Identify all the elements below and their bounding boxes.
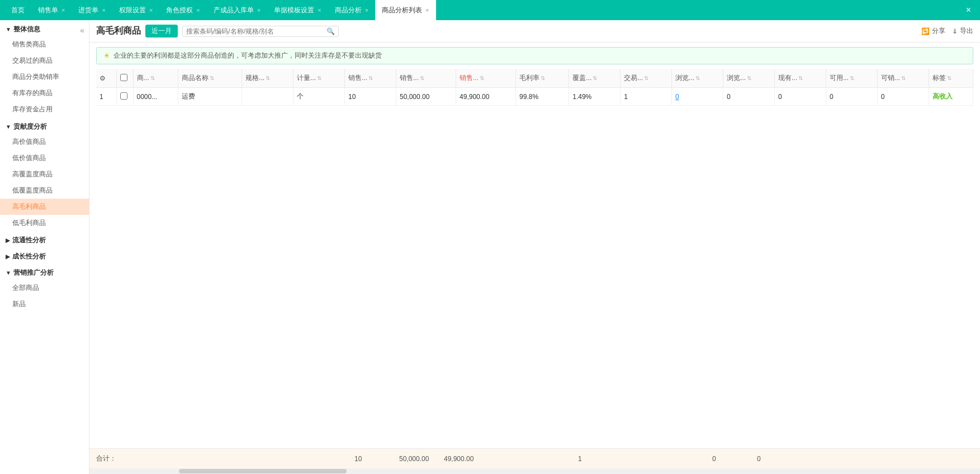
- cell-gross-margin: 99.8%: [516, 88, 569, 106]
- close-permission-tab[interactable]: ×: [149, 7, 153, 13]
- nav-template[interactable]: 单据模板设置 ×: [267, 0, 328, 20]
- sidebar-item-low-value[interactable]: 低价值商品: [0, 150, 89, 166]
- nav-role[interactable]: 角色授权 ×: [159, 0, 206, 20]
- sidebar-item-all-goods[interactable]: 全部商品: [0, 280, 89, 296]
- nav-permission[interactable]: 权限设置 ×: [112, 0, 159, 20]
- close-sales-tab[interactable]: ×: [61, 7, 65, 13]
- cell-index: 1: [96, 88, 116, 106]
- sidebar-item-new-goods[interactable]: 新品: [0, 296, 89, 312]
- col-transaction[interactable]: 交易...⇅: [621, 69, 672, 88]
- scrollbar-thumb[interactable]: [179, 469, 347, 473]
- table-header-row: ⚙ 商...⇅ 商品名称⇅ 规格...⇅ 计量...⇅ 销售...⇅ 销售...…: [96, 69, 973, 88]
- sidebar-item-traded-goods[interactable]: 交易过的商品: [0, 53, 89, 69]
- cell-sellable: 0: [877, 88, 929, 106]
- col-gross-margin[interactable]: 毛利率⇅: [516, 69, 569, 88]
- close-goods-analysis-list-tab[interactable]: ×: [425, 7, 429, 13]
- nav-goods-analysis[interactable]: 商品分析 ×: [328, 0, 375, 20]
- footer-transaction: 1: [575, 455, 619, 463]
- col-current-stock[interactable]: 现有...⇅: [774, 69, 826, 88]
- footer-sales-amount: 50,000.00: [396, 455, 441, 463]
- sidebar-item-high-value[interactable]: 高价值商品: [0, 134, 89, 150]
- col-sales-profit[interactable]: 销售...⇅: [456, 69, 516, 88]
- top-nav: 首页 销售单 × 进货单 × 权限设置 × 角色授权 × 产成品入库单 × 单据…: [0, 0, 980, 20]
- share-button[interactable]: 🔁 分享: [921, 26, 945, 36]
- sidebar-group-growth[interactable]: ▶ 成长性分析: [0, 247, 89, 264]
- col-sales-qty[interactable]: 销售...⇅: [345, 69, 396, 88]
- sidebar-group-circulation[interactable]: ▶ 流通性分析: [0, 231, 89, 247]
- col-unit[interactable]: 计量...⇅: [293, 69, 345, 88]
- nav-goods-analysis-list[interactable]: 商品分析列表 ×: [375, 0, 435, 20]
- footer-label: 合计：: [96, 454, 130, 463]
- row-checkbox[interactable]: [120, 92, 127, 100]
- select-all-checkbox[interactable]: [120, 74, 127, 81]
- col-available[interactable]: 可用...⇅: [826, 69, 877, 88]
- footer-total: 合计： 10 50,000.00 49,900.00 1 0: [89, 448, 980, 468]
- col-name[interactable]: 商品名称⇅: [178, 69, 242, 88]
- sidebar-item-low-margin[interactable]: 低毛利商品: [0, 215, 89, 231]
- col-settings[interactable]: ⚙: [96, 69, 116, 88]
- window-close-button[interactable]: ×: [962, 5, 976, 15]
- filter-recent-month-button[interactable]: 近一月: [145, 25, 178, 37]
- sidebar-item-high-margin[interactable]: 高毛利商品: [0, 199, 89, 215]
- sidebar-item-category-rate[interactable]: 商品分类助销率: [0, 69, 89, 85]
- table-wrap: ⚙ 商...⇅ 商品名称⇅ 规格...⇅ 计量...⇅ 销售...⇅ 销售...…: [96, 69, 973, 448]
- sidebar-item-sales-goods[interactable]: 销售类商品: [0, 36, 89, 53]
- col-browse2[interactable]: 浏览...⇅: [723, 69, 775, 88]
- footer-sales-qty: 10: [351, 455, 396, 463]
- footer-cells: 10 50,000.00 49,900.00 1 0 0: [130, 455, 973, 463]
- close-role-tab[interactable]: ×: [196, 7, 200, 13]
- search-input[interactable]: [186, 27, 326, 35]
- sidebar-item-low-coverage[interactable]: 低覆盖度商品: [0, 182, 89, 199]
- content-area: 高毛利商品 近一月 🔍 🔁 分享 ⇓ 导出: [89, 20, 980, 474]
- sidebar-item-stock-capital[interactable]: 库存资金占用: [0, 101, 89, 118]
- nav-sales[interactable]: 销售单 ×: [31, 0, 72, 20]
- sidebar-item-high-coverage[interactable]: 高覆盖度商品: [0, 166, 89, 182]
- content-header: 高毛利商品 近一月 🔍 🔁 分享 ⇓ 导出: [89, 20, 980, 43]
- close-product-warehouse-tab[interactable]: ×: [257, 7, 261, 13]
- arrow-down-icon: ▼: [6, 26, 11, 32]
- sidebar-group-contribution[interactable]: ▼ 贡献度分析: [0, 118, 89, 134]
- col-spec[interactable]: 规格...⇅: [242, 69, 293, 88]
- col-sellable[interactable]: 可销...⇅: [877, 69, 929, 88]
- header-actions: 🔁 分享 ⇓ 导出: [921, 26, 973, 36]
- search-icon[interactable]: 🔍: [326, 27, 335, 35]
- col-browse1[interactable]: 浏览...⇅: [672, 69, 723, 88]
- col-coverage[interactable]: 覆盖...⇅: [569, 69, 621, 88]
- cell-tag: 高收入: [929, 88, 973, 106]
- cell-transaction: 1: [621, 88, 672, 106]
- cell-browse2: 0: [723, 88, 775, 106]
- bottom-scrollbar[interactable]: [89, 468, 980, 474]
- close-purchase-tab[interactable]: ×: [102, 7, 105, 13]
- sidebar-collapse-button[interactable]: «: [78, 25, 87, 36]
- sidebar-group-general[interactable]: ▼ 整体信息: [0, 20, 89, 36]
- cell-browse1[interactable]: 0: [672, 88, 723, 106]
- footer-sales-profit: 49,900.00: [441, 455, 485, 463]
- cell-available: 0: [826, 88, 877, 106]
- page-title: 高毛利商品: [96, 25, 141, 37]
- close-template-tab[interactable]: ×: [318, 7, 321, 13]
- cell-name: 运费: [178, 88, 242, 106]
- nav-home[interactable]: 首页: [4, 0, 31, 20]
- export-icon: ⇓: [952, 27, 958, 35]
- table-row: 1 0000... 运费 个 10 50,000.00 49,900.00 99…: [96, 88, 973, 106]
- cell-checkbox[interactable]: [116, 88, 133, 106]
- cell-sales-qty: 10: [345, 88, 396, 106]
- search-wrap: 🔍: [182, 26, 339, 37]
- col-tag[interactable]: 标签⇅: [929, 69, 973, 88]
- data-table: ⚙ 商...⇅ 商品名称⇅ 规格...⇅ 计量...⇅ 销售...⇅ 销售...…: [96, 69, 973, 106]
- cell-unit: 个: [293, 88, 345, 106]
- cell-spec: [242, 88, 293, 106]
- col-checkbox[interactable]: [116, 69, 133, 88]
- nav-product-warehouse[interactable]: 产成品入库单 ×: [207, 0, 267, 20]
- sidebar-item-stocked-goods[interactable]: 有库存的商品: [0, 85, 89, 101]
- col-sales-amount[interactable]: 销售...⇅: [396, 69, 456, 88]
- nav-purchase[interactable]: 进货单 ×: [72, 0, 112, 20]
- cell-current-stock: 0: [774, 88, 826, 106]
- share-icon: 🔁: [921, 27, 930, 35]
- sidebar-group-marketing[interactable]: ▼ 营销推广分析: [0, 264, 89, 280]
- info-banner: ☀ 企业的主要的利润都是这部分商品创造的，可考虑加大推广，同时关注库存是不要出现…: [96, 47, 973, 64]
- export-button[interactable]: ⇓ 导出: [952, 26, 973, 36]
- close-goods-analysis-tab[interactable]: ×: [365, 7, 368, 13]
- col-code[interactable]: 商...⇅: [133, 69, 178, 88]
- cell-code: 0000...: [133, 88, 178, 106]
